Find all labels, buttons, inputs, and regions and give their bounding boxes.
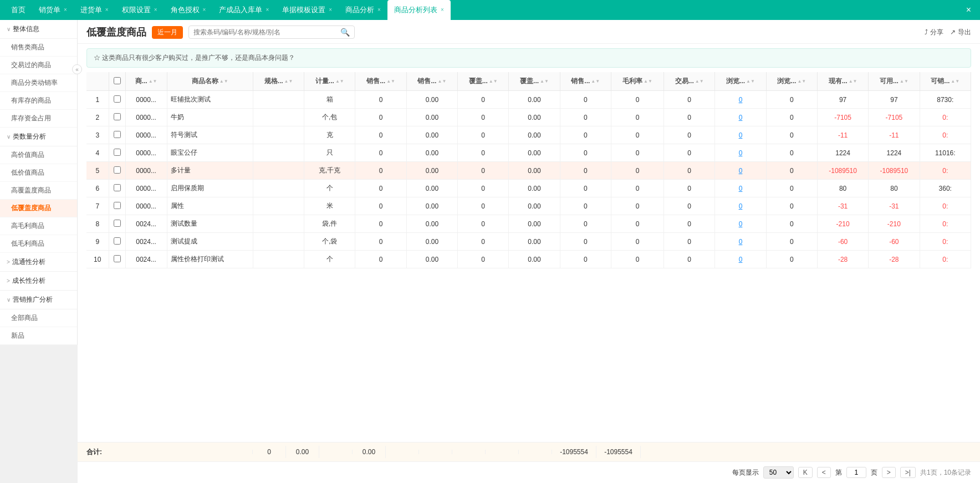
cell-checkbox[interactable]: [109, 233, 125, 251]
sidebar-collapse-button[interactable]: «: [72, 64, 82, 74]
row-checkbox[interactable]: [114, 113, 121, 120]
cell-checkbox[interactable]: [109, 180, 125, 197]
close-icon[interactable]: ×: [105, 0, 109, 20]
sidebar-item-in-stock[interactable]: 有库存的商品: [0, 92, 77, 110]
sort-browse2[interactable]: 浏览...▲▼: [777, 77, 806, 86]
cell-checkbox[interactable]: [109, 162, 125, 180]
cell-checkbox[interactable]: [109, 91, 125, 109]
cell-checkbox[interactable]: [109, 215, 125, 233]
first-page-button[interactable]: K: [798, 467, 813, 478]
sort-sales1[interactable]: 销售...▲▼: [366, 77, 395, 86]
row-checkbox[interactable]: [114, 149, 121, 156]
cell-name: 牛奶: [167, 109, 253, 126]
cell-checkbox[interactable]: [109, 126, 125, 144]
nav-tab-product[interactable]: 产成品入库单 ×: [212, 0, 275, 20]
nav-tab-sales[interactable]: 销货单 ×: [32, 0, 74, 20]
export-button[interactable]: ↗ 导出: [950, 28, 971, 37]
cell-browse1[interactable]: 0: [715, 197, 766, 215]
close-icon[interactable]: ×: [266, 0, 269, 20]
sidebar-item-turnover-rate[interactable]: 商品分类动销率: [0, 74, 77, 92]
row-checkbox[interactable]: [114, 166, 121, 174]
share-button[interactable]: ⤴ 分享: [925, 28, 943, 37]
row-checkbox[interactable]: [114, 237, 121, 245]
row-checkbox[interactable]: [114, 255, 121, 262]
sort-gross[interactable]: 毛利率▲▼: [622, 77, 652, 86]
cell-browse1[interactable]: 0: [715, 144, 766, 162]
search-input[interactable]: [193, 28, 338, 36]
cell-cover1: 0: [458, 126, 509, 144]
sidebar-item-all-products[interactable]: 全部商品: [0, 309, 77, 327]
row-checkbox[interactable]: [114, 131, 121, 138]
cell-browse1[interactable]: 0: [715, 91, 766, 109]
close-icon[interactable]: ×: [329, 0, 332, 20]
page-number-input[interactable]: [846, 467, 866, 478]
nav-tab-template[interactable]: 单据模板设置 ×: [275, 0, 339, 20]
close-all-button[interactable]: ×: [962, 5, 976, 15]
sort-sales3[interactable]: 销售...▲▼: [571, 77, 600, 86]
sidebar-item-sales-products[interactable]: 销售类商品: [0, 39, 77, 57]
close-icon[interactable]: ×: [154, 0, 157, 20]
cell-browse1[interactable]: 0: [715, 126, 766, 144]
row-checkbox[interactable]: [114, 184, 121, 191]
sidebar-item-high-coverage[interactable]: 高覆盖度商品: [0, 182, 77, 200]
close-icon[interactable]: ×: [64, 0, 67, 20]
sidebar-item-high-margin[interactable]: 高毛利商品: [0, 217, 77, 235]
cell-browse1[interactable]: 0: [715, 109, 766, 126]
nav-tab-purchase[interactable]: 进货单 ×: [74, 0, 115, 20]
sidebar-section-growth[interactable]: > 成长性分析: [0, 272, 77, 291]
sort-sales2[interactable]: 销售...▲▼: [417, 77, 446, 86]
cell-browse1[interactable]: 0: [715, 162, 766, 180]
sidebar-item-high-value[interactable]: 高价值商品: [0, 146, 77, 164]
cell-checkbox[interactable]: [109, 197, 125, 215]
prev-page-button[interactable]: <: [817, 467, 831, 478]
sort-stock3[interactable]: 可销...▲▼: [931, 77, 959, 86]
sort-unit[interactable]: 计量...▲▼: [315, 77, 344, 86]
sort-cover1[interactable]: 覆盖...▲▼: [469, 77, 498, 86]
cell-checkbox[interactable]: [109, 109, 125, 126]
cell-browse1[interactable]: 0: [715, 233, 766, 251]
sidebar-section-overview[interactable]: ∨ 整体信息: [0, 20, 77, 39]
row-checkbox[interactable]: [114, 220, 121, 227]
sort-spec[interactable]: 规格...▲▼: [264, 77, 293, 86]
cell-browse1[interactable]: 0: [715, 215, 766, 233]
sort-code[interactable]: 商...▲▼: [135, 77, 157, 86]
sort-stock2[interactable]: 可用...▲▼: [880, 77, 908, 86]
sidebar-item-low-value[interactable]: 低价值商品: [0, 164, 77, 182]
close-icon[interactable]: ×: [377, 0, 381, 20]
sort-browse1[interactable]: 浏览...▲▼: [726, 77, 755, 86]
sidebar-item-low-margin[interactable]: 低毛利商品: [0, 235, 77, 253]
sidebar-section-marketing[interactable]: ∨ 营销推广分析: [0, 291, 77, 309]
sidebar-section-flow[interactable]: > 流通性分析: [0, 253, 77, 272]
nav-tab-permission[interactable]: 权限设置 ×: [115, 0, 164, 20]
select-all-checkbox[interactable]: [114, 77, 121, 84]
page-size-select[interactable]: 50 10 20 100: [763, 466, 794, 479]
sort-trade[interactable]: 交易...▲▼: [675, 77, 704, 86]
sidebar-item-low-coverage[interactable]: 低覆盖度商品: [0, 200, 77, 217]
period-button[interactable]: 近一月: [152, 26, 183, 39]
cell-checkbox[interactable]: [109, 144, 125, 162]
close-icon[interactable]: ×: [203, 0, 206, 20]
sidebar-section-quantity[interactable]: ∨ 类数量分析: [0, 128, 77, 146]
sort-cover2[interactable]: 覆盖...▲▼: [520, 77, 549, 86]
cell-stock1: -7105: [817, 109, 868, 126]
last-page-button[interactable]: >|: [900, 467, 916, 478]
cell-cover1: 0: [458, 109, 509, 126]
nav-tab-role[interactable]: 角色授权 ×: [164, 0, 213, 20]
sidebar-item-inventory-fund[interactable]: 库存资金占用: [0, 110, 77, 128]
sort-name[interactable]: 商品名称▲▼: [192, 77, 228, 86]
cell-browse1[interactable]: 0: [715, 251, 766, 268]
cell-browse1[interactable]: 0: [715, 180, 766, 197]
next-page-button[interactable]: >: [882, 467, 896, 478]
nav-tab-home[interactable]: 首页: [4, 0, 32, 20]
cell-checkbox[interactable]: [109, 251, 125, 268]
cell-cover2: 0.00: [509, 162, 560, 180]
nav-tab-analysis-list[interactable]: 商品分析列表 ×: [387, 0, 451, 20]
row-checkbox[interactable]: [114, 202, 121, 209]
cell-sales3: 0: [560, 197, 611, 215]
sidebar-item-traded-products[interactable]: 交易过的商品: [0, 57, 77, 74]
sort-stock1[interactable]: 现有...▲▼: [829, 77, 858, 86]
nav-tab-analysis[interactable]: 商品分析 ×: [339, 0, 387, 20]
close-icon[interactable]: ×: [441, 0, 444, 20]
row-checkbox[interactable]: [114, 95, 121, 103]
sidebar-item-new-products[interactable]: 新品: [0, 327, 77, 345]
